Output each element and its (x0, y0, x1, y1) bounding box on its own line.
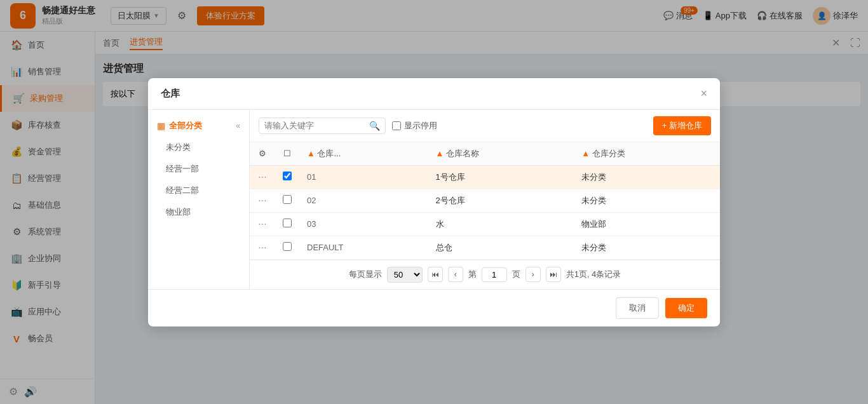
left-panel-collapse-icon[interactable]: « (236, 121, 240, 130)
warehouse-table: ⚙ ☐ ▲ 仓库... ▲ 仓库名称 ▲ 仓库分类 (250, 142, 720, 260)
col-code: ▲ 仓库... (299, 142, 428, 166)
per-page-label: 每页显示 (349, 269, 382, 280)
row-name: 总仓 (428, 236, 574, 259)
prev-page-btn[interactable]: ‹ (448, 267, 463, 282)
left-panel-header[interactable]: ▦ 全部分类 « (148, 115, 249, 137)
search-field-wrap: 🔍 (259, 118, 386, 134)
row-gear-icon[interactable]: ··· (250, 189, 275, 212)
search-input[interactable] (264, 121, 365, 130)
row-name: 1号仓库 (428, 165, 574, 189)
row-checkbox[interactable] (283, 242, 292, 251)
page-suffix: 页 (512, 269, 520, 280)
modal-overlay: 仓库 × ▦ 全部分类 « 未分类 经营一部 经营二部 物业部 (0, 0, 868, 404)
modal-header: 仓库 × (148, 78, 720, 110)
category-item-ops2[interactable]: 经营二部 (148, 180, 249, 201)
search-icon: 🔍 (369, 121, 380, 131)
col-category: ▲ 仓库分类 (574, 142, 720, 166)
row-gear-icon[interactable]: ··· (250, 165, 275, 189)
per-page-select[interactable]: 50 10 20 100 (387, 267, 423, 283)
row-actions-btn[interactable]: ··· (258, 242, 266, 253)
row-gear-icon[interactable]: ··· (250, 236, 275, 259)
category-item-ops1[interactable]: 经营一部 (148, 158, 249, 180)
row-checkbox-cell (275, 189, 299, 212)
row-checkbox[interactable] (283, 172, 292, 180)
category-item-property[interactable]: 物业部 (148, 201, 249, 223)
show-disabled-checkbox[interactable] (392, 121, 401, 130)
row-category: 未分类 (574, 189, 720, 212)
pagination-bar: 每页显示 50 10 20 100 ⏮ ‹ 第 页 › ⏭ 共1页, 4条记录 (250, 260, 720, 289)
modal-right-panel: 🔍 显示停用 + 新增仓库 ⚙ ☐ (250, 110, 720, 289)
row-code: 01 (299, 165, 428, 189)
row-name: 水 (428, 212, 574, 236)
show-disabled-label: 显示停用 (404, 120, 437, 131)
row-checkbox[interactable] (283, 195, 292, 204)
col-gear: ⚙ (250, 142, 275, 166)
col-checkbox: ☐ (275, 142, 299, 166)
row-actions-btn[interactable]: ··· (258, 219, 266, 230)
row-code: 02 (299, 189, 428, 212)
total-label: 共1页, 4条记录 (566, 269, 621, 280)
row-gear-icon[interactable]: ··· (250, 212, 275, 236)
category-item-uncategorized[interactable]: 未分类 (148, 137, 249, 158)
add-warehouse-btn[interactable]: + 新增仓库 (653, 116, 711, 135)
modal-body: ▦ 全部分类 « 未分类 经营一部 经营二部 物业部 🔍 (148, 110, 720, 289)
row-name: 2号仓库 (428, 189, 574, 212)
table-row[interactable]: ··· 01 1号仓库 未分类 (250, 165, 720, 189)
left-panel-title: 全部分类 (169, 120, 202, 131)
show-disabled-checkbox-wrap[interactable]: 显示停用 (392, 120, 437, 131)
row-checkbox-cell (275, 236, 299, 259)
warehouse-modal: 仓库 × ▦ 全部分类 « 未分类 经营一部 经营二部 物业部 (148, 78, 720, 327)
table-row[interactable]: ··· DEFAULT 总仓 未分类 (250, 236, 720, 259)
confirm-btn[interactable]: 确定 (665, 298, 707, 318)
first-page-btn[interactable]: ⏮ (428, 267, 443, 282)
row-actions-btn[interactable]: ··· (258, 195, 266, 206)
row-category: 未分类 (574, 236, 720, 259)
modal-title: 仓库 (161, 88, 180, 100)
col-name: ▲ 仓库名称 (428, 142, 574, 166)
row-code: DEFAULT (299, 236, 428, 259)
modal-toolbar: 🔍 显示停用 + 新增仓库 (250, 110, 720, 142)
table-row[interactable]: ··· 02 2号仓库 未分类 (250, 189, 720, 212)
next-page-btn[interactable]: › (526, 267, 541, 282)
last-page-btn[interactable]: ⏭ (546, 267, 561, 282)
cancel-btn[interactable]: 取消 (616, 297, 659, 319)
modal-close-icon[interactable]: × (700, 87, 707, 100)
row-actions-btn[interactable]: ··· (258, 172, 266, 183)
page-label: 第 (468, 269, 477, 280)
warehouse-table-wrap: ⚙ ☐ ▲ 仓库... ▲ 仓库名称 ▲ 仓库分类 (250, 142, 720, 260)
category-grid-icon: ▦ (157, 121, 165, 131)
modal-left-panel: ▦ 全部分类 « 未分类 经营一部 经营二部 物业部 (148, 110, 250, 289)
row-category: 物业部 (574, 212, 720, 236)
table-row[interactable]: ··· 03 水 物业部 (250, 212, 720, 236)
row-code: 03 (299, 212, 428, 236)
row-category: 未分类 (574, 165, 720, 189)
row-checkbox-cell (275, 212, 299, 236)
row-checkbox-cell (275, 165, 299, 189)
modal-footer: 取消 确定 (148, 289, 720, 327)
page-input[interactable] (482, 267, 507, 282)
row-checkbox[interactable] (283, 219, 292, 227)
